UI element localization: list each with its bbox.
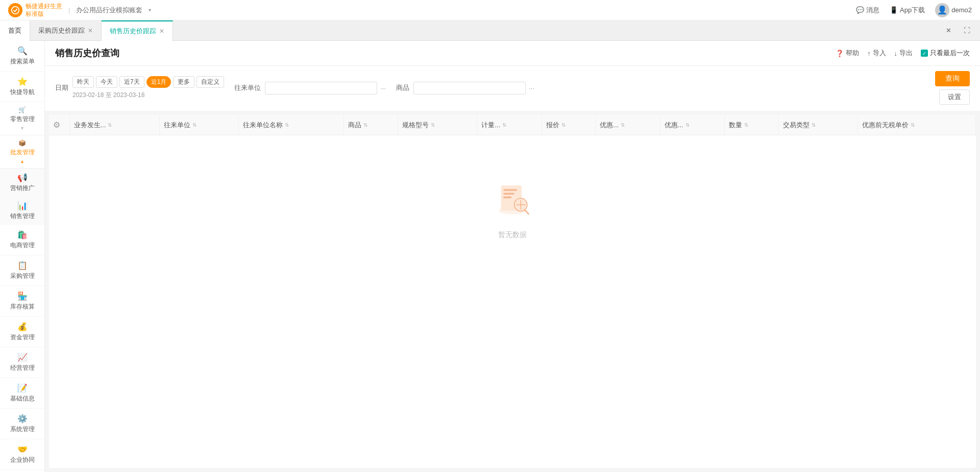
- tab-close-all-button[interactable]: ✕: [941, 23, 955, 38]
- help-button[interactable]: ❓ 帮助: [836, 49, 859, 58]
- basic-info-icon: 📝: [17, 383, 28, 393]
- th-pretax-price[interactable]: 优惠前无税单价 ⇅: [858, 115, 976, 135]
- sidebar-item-basic-info[interactable]: 📝 基础信息: [0, 378, 44, 409]
- partner-input[interactable]: [265, 82, 377, 95]
- sort-icon-product: ⇅: [363, 122, 368, 128]
- sidebar-item-ecommerce[interactable]: 🛍️ 电商管理: [0, 225, 44, 255]
- date-filter-group: 日期 昨天 今天 近7天 近1月 更多 自定义 2023-02-18 至 202…: [55, 76, 224, 100]
- th-biz-date[interactable]: 业务发生... ⇅: [69, 115, 159, 135]
- table-body: 暂无数据: [49, 135, 976, 281]
- sales-tab-close-icon[interactable]: ✕: [159, 28, 164, 35]
- date-btn-1month[interactable]: 近1月: [146, 76, 172, 88]
- tab-sales[interactable]: 销售历史价跟踪 ✕: [102, 20, 173, 41]
- date-btn-today[interactable]: 今天: [96, 76, 117, 88]
- sidebar-item-operations[interactable]: 📈 经营管理: [0, 347, 44, 378]
- sort-icon-qty: ⇅: [744, 122, 748, 128]
- th-quote[interactable]: 报价 ⇅: [542, 115, 596, 135]
- th-biz-date-label: 业务发生...: [74, 121, 106, 130]
- th-discount2[interactable]: 优惠... ⇅: [660, 115, 724, 135]
- partner-input-group: ···: [265, 82, 386, 95]
- sidebar-item-marketing[interactable]: 📢 营销推广: [0, 169, 44, 197]
- partner-search-icon[interactable]: ···: [380, 84, 386, 92]
- product-search-icon[interactable]: ···: [529, 84, 534, 92]
- filter-row: 日期 昨天 今天 近7天 近1月 更多 自定义 2023-02-18 至 202…: [45, 66, 980, 111]
- help-icon: ❓: [836, 50, 844, 57]
- date-buttons: 昨天 今天 近7天 近1月 更多 自定义: [72, 76, 224, 88]
- sidebar-label-system: 系统管理: [10, 425, 35, 434]
- th-partner-name[interactable]: 往来单位名称 ⇅: [239, 115, 344, 135]
- checkbox-icon: [921, 50, 928, 57]
- date-btn-more[interactable]: 更多: [173, 76, 194, 88]
- tab-purchase[interactable]: 采购历史价跟踪 ✕: [30, 20, 102, 41]
- table-header: ⚙ 业务发生... ⇅ 往来单位 ⇅: [49, 115, 976, 135]
- sidebar-item-sales-mgmt[interactable]: 📊 销售管理: [0, 197, 44, 225]
- column-settings-icon[interactable]: ⚙: [53, 121, 60, 129]
- product-filter-group: 商品 ···: [396, 82, 534, 95]
- sidebar-item-search[interactable]: 🔍 搜索菜单: [0, 41, 44, 72]
- sidebar-label-sales-mgmt: 销售管理: [10, 212, 35, 221]
- th-quote-label: 报价: [546, 121, 559, 130]
- page-title-row: 销售历史价查询 ❓ 帮助 ↑ 导入 ↓ 导出: [55, 47, 970, 59]
- query-button[interactable]: 查询: [935, 71, 970, 86]
- th-qty[interactable]: 数量 ⇅: [725, 115, 779, 135]
- svg-rect-4: [503, 193, 514, 195]
- sort-icon-pretax-price: ⇅: [911, 122, 915, 128]
- sidebar-item-shortcut[interactable]: ⭐ 快捷导航: [0, 72, 44, 102]
- svg-point-0: [12, 6, 19, 13]
- logo-area: 畅捷通好生意 标准版: [8, 3, 62, 17]
- sidebar-label-inventory: 库存核算: [10, 302, 35, 311]
- sidebar-item-purchase-mgmt[interactable]: 📋 采购管理: [0, 255, 44, 286]
- th-spec-label: 规格型号: [402, 121, 429, 130]
- sidebar-item-inventory[interactable]: 🏪 库存核算: [0, 286, 44, 317]
- sidebar-label-cooperation: 企业协同: [10, 456, 35, 464]
- app-dropdown-icon[interactable]: ▾: [149, 7, 151, 13]
- sidebar-item-system[interactable]: ⚙️ 系统管理: [0, 409, 44, 439]
- sort-icon-trade-type: ⇅: [812, 122, 816, 128]
- cooperation-icon: 🤝: [17, 444, 28, 454]
- sidebar-label-search: 搜索菜单: [10, 57, 35, 66]
- purchase-tab-close-icon[interactable]: ✕: [88, 27, 93, 34]
- export-button[interactable]: ↓ 导出: [894, 49, 913, 58]
- th-partner-code[interactable]: 往来单位 ⇅: [159, 115, 239, 135]
- operations-icon: 📈: [17, 352, 28, 362]
- th-gear[interactable]: ⚙: [49, 115, 69, 135]
- date-label: 日期: [55, 83, 68, 92]
- date-range-display: 2023-02-18 至 2023-03-18: [72, 91, 224, 100]
- date-btn-7days[interactable]: 近7天: [119, 76, 144, 88]
- topbar: 畅捷通好生意 标准版 | 办公用品行业模拟账套 ▾ 💬 消息 📱 App下载 👤…: [0, 0, 980, 20]
- page-actions: ❓ 帮助 ↑ 导入 ↓ 导出 只看最后一次: [836, 49, 970, 58]
- user-avatar-button[interactable]: 👤 demo2: [935, 3, 972, 17]
- th-qty-label: 数量: [729, 121, 742, 130]
- sales-tab-label: 销售历史价跟踪: [110, 27, 156, 36]
- message-button[interactable]: 💬 消息: [856, 6, 879, 15]
- main-layout: 🔍 搜索菜单 ⭐ 快捷导航 🛒 零售管理 ▾ 📦 批发管理 ▴ 📢 营销推广 📊…: [0, 41, 980, 472]
- sidebar-label-purchase-mgmt: 采购管理: [10, 272, 35, 280]
- settings-button[interactable]: 设置: [939, 89, 970, 105]
- sidebar-item-wholesale[interactable]: 📦 批发管理 ▴: [0, 135, 44, 169]
- tabbar: 首页 采购历史价跟踪 ✕ 销售历史价跟踪 ✕ ✕ ⛶: [0, 20, 980, 41]
- sidebar-item-retail[interactable]: 🛒 零售管理 ▾: [0, 102, 44, 135]
- th-unit[interactable]: 计量... ⇅: [477, 115, 542, 135]
- import-button[interactable]: ↑ 导入: [867, 49, 886, 58]
- sidebar-item-guide[interactable]: 🎯 新手引导: [0, 470, 44, 472]
- tab-maximize-button[interactable]: ⛶: [960, 23, 974, 38]
- topbar-left: 畅捷通好生意 标准版 | 办公用品行业模拟账套 ▾: [8, 3, 151, 17]
- shortcut-icon: ⭐: [17, 77, 28, 86]
- th-discount1[interactable]: 优惠... ⇅: [596, 115, 660, 135]
- product-input[interactable]: [413, 82, 526, 95]
- sidebar-label-retail: 零售管理: [10, 115, 35, 124]
- th-spec[interactable]: 规格型号 ⇅: [398, 115, 477, 135]
- system-icon: ⚙️: [17, 414, 28, 423]
- date-btn-yesterday[interactable]: 昨天: [72, 76, 94, 88]
- only-last-checkbox[interactable]: 只看最后一次: [921, 49, 970, 58]
- th-product[interactable]: 商品 ⇅: [344, 115, 398, 135]
- app-title: 办公用品行业模拟账套: [76, 6, 142, 15]
- tab-home[interactable]: 首页: [0, 20, 30, 41]
- th-trade-type[interactable]: 交易类型 ⇅: [778, 115, 858, 135]
- sidebar-label-wholesale: 批发管理: [10, 148, 35, 157]
- import-icon: ↑: [867, 50, 871, 57]
- date-btn-custom[interactable]: 自定义: [197, 76, 224, 88]
- sidebar-item-cooperation[interactable]: 🤝 企业协同: [0, 439, 44, 470]
- sidebar-item-finance[interactable]: 💰 资金管理: [0, 317, 44, 347]
- app-download-button[interactable]: 📱 App下载: [890, 6, 925, 15]
